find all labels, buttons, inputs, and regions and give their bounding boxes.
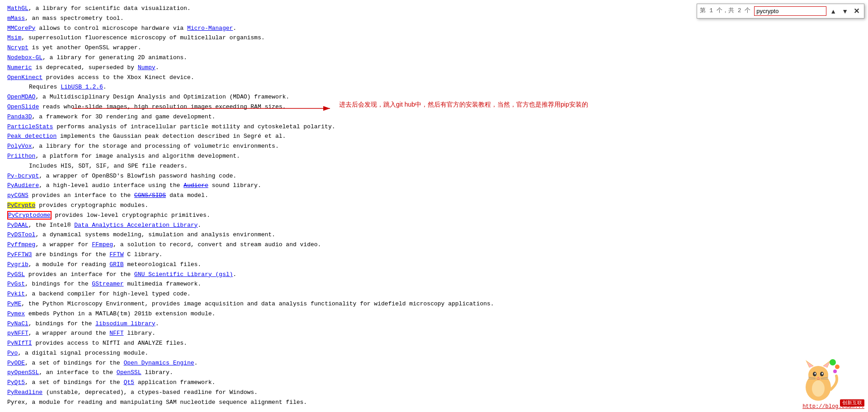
link-pyme[interactable]: PyME [7,300,21,307]
link-numpy[interactable]: Numpy [138,64,156,71]
link-openmdao[interactable]: OpenMDAO [7,94,35,100]
link-pyo[interactable]: Pyo [7,350,18,356]
link-priithon[interactable]: Priithon [7,153,35,159]
find-close-button[interactable]: ✕ [852,6,861,16]
line-numeric: Numeric is deprecated, superseded by Num… [7,63,861,73]
link-ncrypt[interactable]: Ncrypt [7,44,28,51]
line-openkinect: OpenKinect provides access to the Xbox K… [7,73,861,83]
line-pykit: Pykit, a backend compiler for high-level… [7,290,861,299]
link-pyffmpeg[interactable]: Pyffmpeg [7,241,35,248]
link-mmcorepy[interactable]: MMCorePy [7,25,35,32]
line-pygst: PyGst, bindings for the GStreamer multim… [7,280,861,289]
line-pycgns: pyCGNS provides an interface to the CGNS… [7,191,861,201]
line-panda3d: Panda3D, a framework for 3D rendering an… [7,112,861,122]
line-pymex: Pymex embeds Python in a MATLAB(tm) 2011… [7,309,861,319]
link-ffmpeg[interactable]: FFmpeg [92,241,113,248]
link-pyreadline[interactable]: PyReadline [7,389,42,396]
link-openkinect[interactable]: OpenKinect [7,74,42,81]
line-particlestats: ParticleStats performs analysis of intra… [7,122,861,132]
svg-point-10 [815,373,816,375]
line-pyopenssl: pyOpenSSL, an interface to the OpenSSL l… [7,368,861,378]
link-mmass[interactable]: mMass [7,15,25,22]
line-pyaudiere: PyAudiere, a high-level audio interface … [7,181,861,191]
link-mathgl[interactable]: MathGL [7,5,28,12]
link-pybcrypt[interactable]: Py-bcrypt [7,173,39,179]
link-pydstool[interactable]: PyDSTool [7,231,35,238]
link-pygst[interactable]: PyGst [7,281,25,287]
link-pycgns[interactable]: pyCGNS [7,192,28,199]
content-area: MathGL, a library for scientific data vi… [7,4,861,407]
link-audiere[interactable]: Audiere [184,182,208,189]
link-nfft[interactable]: NFFT [109,330,123,337]
line-pyo: Pyo, a digital signal processing module. [7,349,861,358]
find-status: 第 1 个，共 2 个 [700,6,750,16]
line-pygsl: PyGSL provides an interface for the GNU … [7,270,861,280]
link-gstreamer[interactable]: GStreamer [92,281,123,287]
line-pycrypto: PyCrypto provides cryptographic modules. [7,201,861,211]
link-grib[interactable]: GRIB [109,261,123,268]
find-prev-button[interactable]: ▲ [828,7,838,16]
link-peakdetect[interactable]: Peak detection [7,133,57,140]
line-pyfftw3: PyFFTW3 are bindings for the FFTW C libr… [7,250,861,260]
line-priithon-inc: Includes HIS, SDT, SIF, and SPE file rea… [29,162,861,171]
svg-point-12 [817,377,819,379]
link-libsodium[interactable]: libsodium library [95,320,156,327]
link-libusb[interactable]: LibUSB 1.2.6 [61,84,103,90]
line-pyffmpeg: Pyffmpeg, a wrapper for FFmpeg, a soluti… [7,240,861,250]
line-pydaal: PyDAAL, the Intel® Data Analytics Accele… [7,221,861,230]
link-cgns[interactable]: CGNS/SIDS [134,192,166,199]
line-pyreadline: PyReadline (unstable, deprecated), a cty… [7,388,861,398]
link-msim[interactable]: Msim [7,34,21,41]
line-pynifti: PyNIfTI provides access to NIfTI and ANA… [7,339,861,348]
line-pyme: PyME, the Python Microscopy Environment,… [7,300,861,309]
annotation-text: 进去后会发现，跳入git hub中，然后有官方的安装教程，当然，官方也是推荐用p… [339,99,588,109]
link-numeric[interactable]: Numeric [7,64,32,71]
line-priithon: Priithon, a platform for image analysis … [7,152,861,161]
find-input[interactable] [754,6,826,16]
link-qt5[interactable]: Qt5 [123,379,134,386]
link-ode[interactable]: Open Dynamics Engine [123,360,194,366]
svg-point-20 [833,370,837,373]
link-gsl[interactable]: GNU Scientific Library (gsl) [134,271,233,278]
link-pyqt5[interactable]: PyQt5 [7,379,25,386]
link-pycryptodome[interactable]: PyCryptodome [8,212,51,219]
svg-point-18 [830,359,836,365]
link-pymex[interactable]: Pymex [7,310,25,317]
link-fftw[interactable]: FFTW [109,251,123,258]
link-daal[interactable]: Data Analytics Acceleration Library [74,222,198,229]
link-panda3d[interactable]: Panda3D [7,113,32,120]
line-ncrypt: Ncrypt is yet another OpenSSL wrapper. [7,43,861,53]
link-openssl[interactable]: OpenSSL [117,369,142,376]
line-openkinect-req: Requires LibUSB 1.2.6. [29,83,861,92]
link-particlestats[interactable]: ParticleStats [7,123,53,130]
link-pygrib[interactable]: Pygrib [7,261,28,268]
line-nodebox: Nodebox-GL, a library for generating 2D … [7,53,861,63]
link-pyopenssl[interactable]: pyOpenSSL [7,369,39,376]
line-pyqt5: PyQt5, a set of bindings for the Qt5 app… [7,378,861,388]
link-openslide[interactable]: OpenSlide [7,103,39,110]
link-pynacl[interactable]: PyNaCl [7,320,28,327]
link-micromanager[interactable]: Micro-Manager [187,25,233,32]
link-pyaudiere[interactable]: PyAudiere [7,182,39,189]
link-pynifti[interactable]: PyNIfTI [7,340,32,346]
find-next-button[interactable]: ▼ [840,7,850,16]
link-nodebox[interactable]: Nodebox-GL [7,54,42,61]
link-pyfftw3[interactable]: PyFFTW3 [7,251,32,258]
line-msim: Msim, superresolution fluorescence micro… [7,33,861,43]
line-mmcorepy: MMCorePy allows to control microscope ha… [7,24,861,33]
csdn-logo: 创新互联 [840,399,864,407]
link-polyvox[interactable]: PolyVox [7,143,32,150]
link-pycrypto[interactable]: PyCrypto [7,202,35,209]
link-pydaal[interactable]: PyDAAL [7,222,28,229]
link-pygsl[interactable]: PyGSL [7,271,25,278]
line-pyode: PyODE, a set of bindings for the Open Dy… [7,359,861,368]
line-pynfft: pyNFFT, a wrapper around the NFFT librar… [7,329,861,338]
line-pybcrypt: Py-bcrypt, a wrapper of OpenBSD's Blowfi… [7,172,861,181]
svg-point-11 [822,373,823,375]
link-pynfft[interactable]: pyNFFT [7,330,28,337]
link-pyode[interactable]: PyODE [7,360,25,366]
mascot-svg [796,358,841,403]
svg-point-19 [835,365,840,369]
link-pykit[interactable]: Pykit [7,290,25,297]
line-pydstool: PyDSTool, a dynamical systems modeling, … [7,230,861,240]
